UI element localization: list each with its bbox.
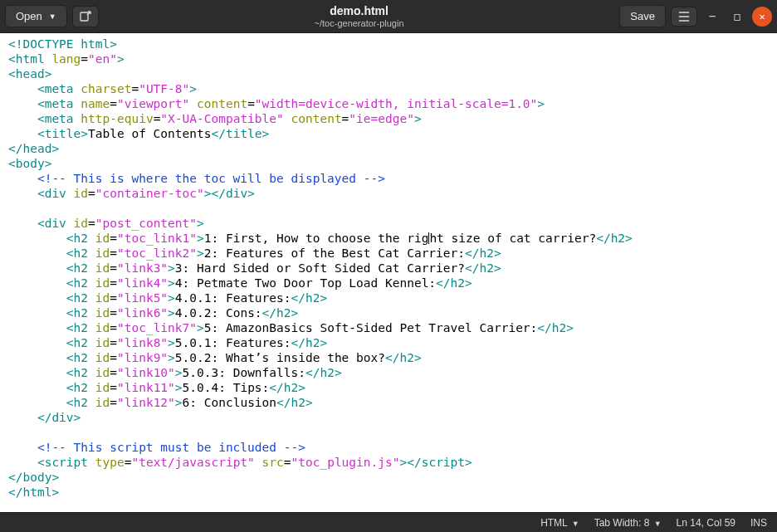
open-button[interactable]: Open ▼ — [5, 5, 67, 27]
save-button[interactable]: Save — [619, 5, 666, 27]
hamburger-menu-button[interactable] — [671, 7, 697, 27]
close-icon: ✕ — [759, 11, 765, 22]
hamburger-icon — [678, 12, 690, 22]
editor-area[interactable]: <!DOCTYPE html> <html lang="en"> <head> … — [0, 33, 777, 512]
minimize-button[interactable]: ─ — [702, 7, 722, 27]
maximize-icon: □ — [734, 11, 740, 22]
status-insert-mode[interactable]: INS — [750, 517, 767, 529]
chevron-down-icon: ▼ — [49, 12, 56, 21]
new-tab-icon — [80, 11, 91, 22]
open-button-label: Open — [16, 10, 42, 22]
status-language[interactable]: HTML ▼ — [540, 517, 579, 529]
close-button[interactable]: ✕ — [752, 7, 772, 27]
minimize-icon: ─ — [709, 11, 715, 22]
new-tab-button[interactable] — [72, 6, 99, 27]
window-subtitle: ~/toc-generator-plugin — [104, 18, 615, 28]
chevron-down-icon: ▼ — [654, 520, 662, 528]
statusbar: HTML ▼ Tab Width: 8 ▼ Ln 14, Col 59 INS — [0, 512, 777, 532]
save-button-label: Save — [630, 10, 655, 22]
titlebar: Open ▼ demo.html ~/toc-generator-plugin … — [0, 0, 777, 33]
chevron-down-icon: ▼ — [572, 520, 579, 528]
window-title: demo.html — [104, 4, 615, 17]
maximize-button[interactable]: □ — [727, 7, 747, 27]
window-title-block: demo.html ~/toc-generator-plugin — [104, 4, 615, 28]
status-tabwidth[interactable]: Tab Width: 8 ▼ — [594, 517, 662, 529]
svg-rect-0 — [81, 12, 88, 21]
status-cursor-position: Ln 14, Col 59 — [677, 517, 735, 529]
